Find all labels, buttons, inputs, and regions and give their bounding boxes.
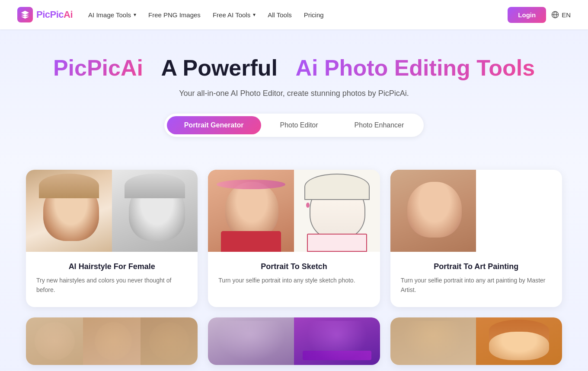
card-title-art: Portrait To Art Painting — [401, 262, 552, 271]
logo-icon — [17, 7, 33, 22]
art-before — [390, 170, 476, 252]
bottom-img-2b — [294, 317, 380, 365]
card-desc-hairstyle: Try new hairstyles and colors you never … — [36, 276, 187, 295]
nav-link-all-tools[interactable]: All Tools — [268, 11, 292, 19]
art-after — [476, 170, 562, 252]
navbar: PicPicAi AI Image Tools ▾ Free PNG Image… — [0, 0, 588, 29]
bottom-img-3a — [390, 317, 476, 365]
card-desc-sketch: Turn your selfie portrait into any style… — [218, 276, 369, 285]
card-desc-art: Turn your selfie portrait into any art p… — [401, 276, 552, 295]
nav-link-ai-tools[interactable]: AI Image Tools ▾ — [88, 11, 136, 19]
card-art[interactable]: Portrait To Art Painting Turn your selfi… — [390, 170, 562, 307]
hero-title: PicPicAi A Powerful Ai Photo Editing Too… — [17, 55, 571, 81]
chevron-down-icon: ▾ — [253, 12, 256, 18]
logo-svg — [20, 10, 30, 19]
cards-grid: AI Hairstyle For Female Try new hairstyl… — [26, 170, 562, 307]
hero-middle: A Powerful — [161, 55, 278, 80]
logo-text: PicPicAi — [36, 9, 73, 20]
bottom-card-3[interactable] — [390, 317, 562, 365]
tab-photo-enhancer[interactable]: Photo Enhancer — [337, 116, 422, 134]
card-image-hairstyle — [26, 170, 198, 252]
bottom-img-3b — [476, 317, 562, 365]
hero-section: PicPicAi A Powerful Ai Photo Editing Too… — [0, 29, 588, 170]
bottom-img-1c — [141, 317, 198, 365]
nav-right: Login EN — [508, 7, 571, 23]
hairstyle-before — [26, 170, 112, 252]
card-sketch[interactable]: Portrait To Sketch Turn your selfie port… — [208, 170, 380, 307]
nav-link-pricing[interactable]: Pricing — [304, 11, 324, 19]
tabs-container: Portrait Generator Photo Editor Photo En… — [17, 114, 571, 137]
nav-left: PicPicAi AI Image Tools ▾ Free PNG Image… — [17, 7, 324, 22]
card-title-sketch: Portrait To Sketch — [218, 262, 369, 271]
hero-brand: PicPicAi — [53, 55, 143, 80]
lang-button[interactable]: EN — [551, 11, 571, 19]
tab-portrait-generator[interactable]: Portrait Generator — [167, 116, 261, 134]
bottom-card-img-1 — [26, 317, 198, 365]
sketch-after — [294, 170, 380, 252]
lang-label: EN — [562, 11, 571, 19]
card-hairstyle[interactable]: AI Hairstyle For Female Try new hairstyl… — [26, 170, 198, 307]
bottom-img-2a — [208, 317, 294, 365]
tabs: Portrait Generator Photo Editor Photo En… — [164, 114, 424, 137]
logo-ai: Ai — [64, 9, 73, 20]
logo-pic: PicPic — [36, 9, 64, 20]
hairstyle-after — [112, 170, 198, 252]
hero-subtitle: Your all-in-one AI Photo Editor, create … — [17, 89, 571, 98]
nav-links: AI Image Tools ▾ Free PNG Images Free AI… — [88, 11, 324, 19]
bottom-card-1[interactable] — [26, 317, 198, 365]
card-body-hairstyle: AI Hairstyle For Female Try new hairstyl… — [26, 252, 198, 307]
nav-link-png[interactable]: Free PNG Images — [148, 11, 201, 19]
chevron-down-icon: ▾ — [134, 12, 136, 18]
bottom-img-1a — [26, 317, 83, 365]
login-button[interactable]: Login — [508, 7, 546, 23]
nav-link-free-tools[interactable]: Free AI Tools ▾ — [213, 11, 256, 19]
bottom-cards-grid — [26, 317, 562, 365]
globe-icon — [551, 11, 559, 19]
card-body-art: Portrait To Art Painting Turn your selfi… — [390, 252, 562, 307]
card-image-art — [390, 170, 562, 252]
card-title-hairstyle: AI Hairstyle For Female — [36, 262, 187, 271]
sketch-before — [208, 170, 294, 252]
card-image-sketch — [208, 170, 380, 252]
bottom-card-2[interactable] — [208, 317, 380, 365]
logo[interactable]: PicPicAi — [17, 7, 73, 22]
cards-section: AI Hairstyle For Female Try new hairstyl… — [0, 170, 588, 371]
bottom-img-1b — [83, 317, 140, 365]
card-body-sketch: Portrait To Sketch Turn your selfie port… — [208, 252, 380, 297]
bottom-card-img-3 — [390, 317, 562, 365]
hero-accent: Ai Photo Editing Tools — [295, 55, 535, 80]
tab-photo-editor[interactable]: Photo Editor — [263, 116, 336, 134]
bottom-card-img-2 — [208, 317, 380, 365]
